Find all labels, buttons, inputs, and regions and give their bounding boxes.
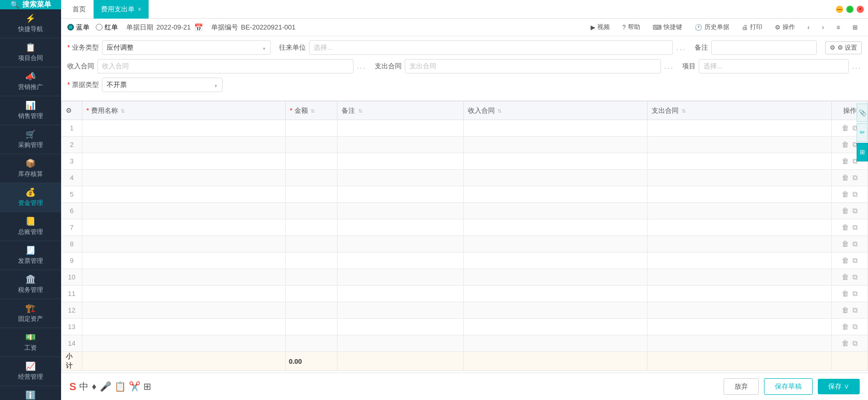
- project-dots[interactable]: ...: [852, 62, 862, 71]
- expense-name-cell[interactable]: [82, 302, 286, 319]
- copy-icon[interactable]: ⧉: [852, 173, 858, 182]
- col-config-header[interactable]: ⚙: [62, 101, 82, 120]
- expense-contract-cell[interactable]: [648, 302, 832, 319]
- delete-icon[interactable]: 🗑: [842, 306, 849, 314]
- project-select[interactable]: 选择...: [699, 59, 849, 73]
- amount-cell[interactable]: [286, 153, 337, 170]
- income-contract-cell[interactable]: [463, 319, 648, 335]
- footer-icon-diamond[interactable]: ♦: [92, 381, 96, 392]
- amount-cell[interactable]: [286, 120, 337, 137]
- amount-cell[interactable]: [286, 335, 337, 352]
- amount-cell[interactable]: [286, 236, 337, 253]
- income-contract-cell[interactable]: [463, 269, 648, 286]
- income-contract-cell[interactable]: [463, 120, 648, 137]
- expense-name-cell[interactable]: [82, 170, 286, 186]
- invoice-type-select[interactable]: 不开票: [102, 78, 223, 92]
- income-contract-cell[interactable]: [463, 286, 648, 302]
- remark-cell[interactable]: [337, 137, 464, 153]
- copy-icon[interactable]: ⧉: [852, 306, 858, 314]
- amount-cell[interactable]: [286, 302, 337, 319]
- radio-blue-input[interactable]: [67, 24, 74, 31]
- delete-icon[interactable]: 🗑: [842, 140, 849, 149]
- income-contract-cell[interactable]: [463, 153, 648, 170]
- amount-cell[interactable]: [286, 137, 337, 153]
- print-btn[interactable]: 🖨 打印: [738, 22, 767, 33]
- expense-name-cell[interactable]: [82, 153, 286, 170]
- income-contract-cell[interactable]: [463, 170, 648, 186]
- amount-cell[interactable]: [286, 186, 337, 203]
- expense-name-cell[interactable]: [82, 186, 286, 203]
- sidebar-item-ledger-management[interactable]: 📒 总账管理: [0, 212, 61, 241]
- window-maximize-btn[interactable]: □: [846, 6, 854, 13]
- next-btn[interactable]: ›: [818, 23, 828, 32]
- copy-icon[interactable]: ⧉: [852, 223, 858, 231]
- expense-name-cell[interactable]: [82, 236, 286, 253]
- right-panel-green[interactable]: ⊞: [857, 143, 868, 161]
- save-button[interactable]: 保存 ∨: [818, 379, 860, 394]
- income-contract-cell[interactable]: [463, 335, 648, 352]
- expense-name-cell[interactable]: [82, 269, 286, 286]
- right-panel-edit[interactable]: ✏: [857, 123, 868, 142]
- income-contract-cell[interactable]: [463, 203, 648, 219]
- col-expense-name-header[interactable]: * 费用名称 ⇅: [82, 101, 286, 120]
- history-btn[interactable]: 🕐 历史单据: [690, 22, 733, 33]
- expense-contract-cell[interactable]: [648, 120, 832, 137]
- expense-contract-dots[interactable]: ...: [664, 62, 674, 71]
- sidebar-item-fund-management[interactable]: 💰 资金管理: [0, 183, 61, 212]
- sidebar-item-sales-management[interactable]: 📊 销售管理: [0, 96, 61, 125]
- income-contract-select[interactable]: 收入合同: [97, 59, 354, 73]
- remark-cell[interactable]: [337, 319, 464, 335]
- tab-expense-bill[interactable]: 费用支出单 ×: [94, 0, 149, 19]
- discard-button[interactable]: 放弃: [724, 378, 759, 395]
- sidebar-item-invoice-management[interactable]: 🧾 发票管理: [0, 241, 61, 270]
- tab-home[interactable]: 首页: [65, 0, 94, 19]
- help-btn[interactable]: ? 帮助: [618, 22, 644, 33]
- amount-cell[interactable]: [286, 253, 337, 269]
- copy-icon[interactable]: ⧉: [852, 190, 858, 198]
- delete-icon[interactable]: 🗑: [842, 339, 849, 347]
- delete-icon[interactable]: 🗑: [842, 206, 849, 215]
- expense-contract-cell[interactable]: [648, 153, 832, 170]
- list-view-btn[interactable]: ≡: [832, 23, 844, 32]
- remark-input[interactable]: [711, 40, 817, 55]
- save-draft-button[interactable]: 保存草稿: [764, 378, 813, 395]
- expense-name-cell[interactable]: [82, 319, 286, 335]
- income-contract-cell[interactable]: [463, 186, 648, 203]
- delete-icon[interactable]: 🗑: [842, 223, 849, 231]
- amount-cell[interactable]: [286, 203, 337, 219]
- expense-name-cell[interactable]: [82, 335, 286, 352]
- sidebar-item-project-contract[interactable]: 📋 项目合同: [0, 38, 61, 67]
- sidebar-item-tax-management[interactable]: 🏛️ 税务管理: [0, 270, 61, 299]
- remark-cell[interactable]: [337, 186, 464, 203]
- remark-cell[interactable]: [337, 153, 464, 170]
- tab-close-icon[interactable]: ×: [138, 6, 141, 13]
- expense-contract-cell[interactable]: [648, 319, 832, 335]
- radio-red-input[interactable]: [96, 24, 102, 31]
- delete-icon[interactable]: 🗑: [842, 273, 849, 281]
- settings-button[interactable]: ⚙ ⚙ 设置: [825, 41, 862, 54]
- delete-icon[interactable]: 🗑: [842, 240, 849, 248]
- sidebar-item-sales-promotion[interactable]: 📣 营销推广: [0, 67, 61, 96]
- sidebar-item-fixed-assets[interactable]: 🏗️ 固定资产: [0, 299, 61, 328]
- sidebar-item-inventory-check[interactable]: 📦 库存核算: [0, 154, 61, 183]
- sidebar-item-quick-nav[interactable]: ⚡ 快捷导航: [0, 9, 61, 38]
- copy-icon[interactable]: ⧉: [852, 322, 858, 331]
- col-income-contract-header[interactable]: 收入合同 ⇅: [463, 101, 648, 120]
- amount-cell[interactable]: [286, 319, 337, 335]
- income-contract-cell[interactable]: [463, 137, 648, 153]
- counterpart-dots[interactable]: ...: [676, 43, 686, 52]
- expense-name-cell[interactable]: [82, 219, 286, 236]
- expense-contract-cell[interactable]: [648, 253, 832, 269]
- amount-cell[interactable]: [286, 170, 337, 186]
- prev-btn[interactable]: ‹: [803, 23, 814, 32]
- col-expense-contract-header[interactable]: 支出合同 ⇅: [648, 101, 832, 120]
- expense-contract-cell[interactable]: [648, 286, 832, 302]
- expense-contract-cell[interactable]: [648, 219, 832, 236]
- expense-contract-select[interactable]: 支出合同: [405, 59, 661, 73]
- income-contract-dots[interactable]: ...: [357, 62, 366, 71]
- remark-cell[interactable]: [337, 335, 464, 352]
- expense-contract-cell[interactable]: [648, 335, 832, 352]
- delete-icon[interactable]: 🗑: [842, 157, 849, 165]
- business-type-select[interactable]: 应付调整: [102, 40, 271, 55]
- expense-name-cell[interactable]: [82, 253, 286, 269]
